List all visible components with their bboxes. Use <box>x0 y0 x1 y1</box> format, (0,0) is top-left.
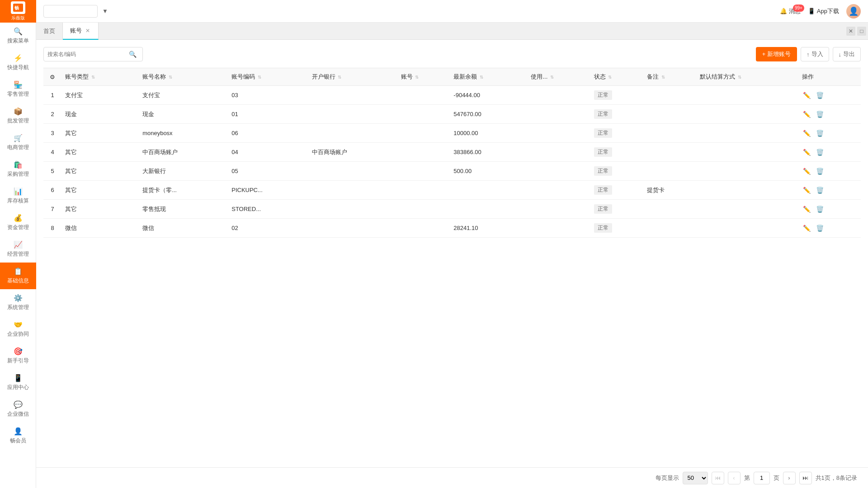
col-type[interactable]: 账号类型 ⇅ <box>61 68 139 86</box>
col-account[interactable]: 账号 ⇅ <box>397 68 450 86</box>
delete-button[interactable]: 🗑️ <box>815 129 825 138</box>
export-button[interactable]: ↓ 导出 <box>833 47 861 61</box>
sort-icon: ⇅ <box>738 75 741 80</box>
account-search-box[interactable]: 🔍 <box>43 47 143 61</box>
message-button[interactable]: 🔔 消息 99+ <box>780 7 801 15</box>
edit-button[interactable]: ✏️ <box>802 129 811 138</box>
page-size-label: 每页显示 <box>656 474 679 482</box>
topbar-right: 🔔 消息 99+ 📱 App下载 👤 <box>780 4 861 19</box>
row-bank <box>308 86 397 105</box>
edit-button[interactable]: ✏️ <box>802 167 811 176</box>
finance-icon: 💰 <box>14 214 23 222</box>
sidebar-item-wholesale[interactable]: 📦 批发管理 <box>0 103 36 129</box>
status-badge: 正常 <box>594 185 612 195</box>
col-bank[interactable]: 开户银行 ⇅ <box>308 68 397 86</box>
tab-home[interactable]: 首页 <box>36 23 63 40</box>
row-balance <box>450 181 527 200</box>
sort-icon: ⇅ <box>661 75 665 80</box>
col-settlement[interactable]: 默认结算方式 ⇅ <box>696 68 798 86</box>
col-balance[interactable]: 最新余额 ⇅ <box>450 68 527 86</box>
sidebar-item-agreement[interactable]: 🤝 企业协同 <box>0 316 36 343</box>
tab-close-icon[interactable]: ✕ <box>85 28 91 34</box>
page-size-select[interactable]: 50 10 20 100 <box>683 472 708 484</box>
user-avatar[interactable]: 👤 <box>846 4 861 19</box>
download-icon: 📱 <box>808 8 815 14</box>
sidebar-item-finance[interactable]: 💰 资金管理 <box>0 209 36 236</box>
row-code: 02 <box>228 219 308 238</box>
edit-button[interactable]: ✏️ <box>802 224 811 233</box>
topbar-search-input[interactable] <box>43 5 98 18</box>
sidebar-item-purchase[interactable]: 🛍️ 采购管理 <box>0 156 36 183</box>
delete-button[interactable]: 🗑️ <box>815 148 825 157</box>
basic-icon: 📋 <box>14 267 23 276</box>
row-settlement <box>696 124 798 143</box>
sidebar-item-inventory[interactable]: 📊 库存核算 <box>0 183 36 209</box>
row-note <box>643 105 696 124</box>
last-page-button[interactable]: ⏭ <box>799 472 812 484</box>
sidebar-item-guide[interactable]: 🎯 新手引导 <box>0 343 36 369</box>
delete-button[interactable]: 🗑️ <box>815 186 825 195</box>
col-note[interactable]: 备注 ⇅ <box>643 68 696 86</box>
tab-home-label: 首页 <box>43 27 55 35</box>
guide-icon: 🎯 <box>14 347 23 356</box>
row-account <box>397 124 450 143</box>
app-download-button[interactable]: 📱 App下载 <box>808 7 839 15</box>
page-prefix-label: 第 <box>744 474 750 482</box>
topbar-dropdown[interactable]: ▼ <box>102 8 108 14</box>
tab-account[interactable]: 账号 ✕ <box>63 23 99 40</box>
tab-maximize-window[interactable]: □ <box>857 27 866 36</box>
sidebar-item-appcenter[interactable]: 📱 应用中心 <box>0 369 36 396</box>
delete-button[interactable]: 🗑️ <box>815 110 825 119</box>
action-buttons: ✏️ 🗑️ <box>802 186 857 195</box>
row-settlement <box>696 219 798 238</box>
col-settings[interactable]: ⚙ <box>43 68 61 86</box>
page-number-input[interactable]: 1 <box>754 472 770 484</box>
row-account <box>397 200 450 219</box>
col-name[interactable]: 账号名称 ⇅ <box>139 68 228 86</box>
status-badge: 正常 <box>594 147 612 157</box>
col-usage[interactable]: 使用... ⇅ <box>527 68 590 86</box>
sidebar-item-wechat[interactable]: 💬 企业微信 <box>0 396 36 422</box>
sidebar-item-label: 采购管理 <box>7 170 29 178</box>
sidebar-item-retail[interactable]: 🏪 零售管理 <box>0 76 36 103</box>
row-name: 零售抵现 <box>139 200 228 219</box>
edit-button[interactable]: ✏️ <box>802 148 811 157</box>
delete-button[interactable]: 🗑️ <box>815 167 825 176</box>
row-usage <box>527 105 590 124</box>
row-usage <box>527 219 590 238</box>
sidebar-item-ecommerce[interactable]: 🛒 电商管理 <box>0 129 36 156</box>
sidebar-item-label: 新手引导 <box>7 357 29 365</box>
account-search-input[interactable] <box>47 51 129 57</box>
next-page-button[interactable]: › <box>783 472 796 484</box>
sidebar-item-business[interactable]: 📈 经营管理 <box>0 236 36 263</box>
add-account-button[interactable]: + 新增账号 <box>756 47 797 61</box>
col-status[interactable]: 状态 ⇅ <box>590 68 643 86</box>
row-type: 其它 <box>61 124 139 143</box>
row-code: 05 <box>228 162 308 181</box>
delete-button[interactable]: 🗑️ <box>815 224 825 233</box>
edit-button[interactable]: ✏️ <box>802 110 811 119</box>
sidebar-item-basic[interactable]: 📋 基础信息 <box>0 263 36 289</box>
col-code[interactable]: 账号编码 ⇅ <box>228 68 308 86</box>
sidebar-item-quick[interactable]: ⚡ 快捷导航 <box>0 49 36 76</box>
search-icon: 🔍 <box>14 27 23 36</box>
content-area: 🔍 + 新增账号 ↑ 导入 ↓ 导出 ⚙ <box>36 40 868 488</box>
import-button[interactable]: ↑ 导入 <box>801 47 829 61</box>
row-balance: -90444.00 <box>450 86 527 105</box>
edit-button[interactable]: ✏️ <box>802 186 811 195</box>
row-actions: ✏️ 🗑️ <box>798 86 861 105</box>
status-badge: 正常 <box>594 223 612 233</box>
sidebar-item-member[interactable]: 👤 畅会员 <box>0 422 36 449</box>
delete-button[interactable]: 🗑️ <box>815 205 825 214</box>
delete-button[interactable]: 🗑️ <box>815 91 825 100</box>
sidebar-item-system[interactable]: ⚙️ 系统管理 <box>0 289 36 316</box>
row-account <box>397 181 450 200</box>
edit-button[interactable]: ✏️ <box>802 205 811 214</box>
import-icon: ↑ <box>807 51 810 58</box>
first-page-button[interactable]: ⏮ <box>712 472 724 484</box>
prev-page-button[interactable]: ‹ <box>728 472 741 484</box>
edit-button[interactable]: ✏️ <box>802 91 811 100</box>
tab-close-window[interactable]: ✕ <box>846 27 855 36</box>
sidebar-item-search[interactable]: 🔍 搜索菜单 <box>0 23 36 49</box>
row-usage <box>527 200 590 219</box>
